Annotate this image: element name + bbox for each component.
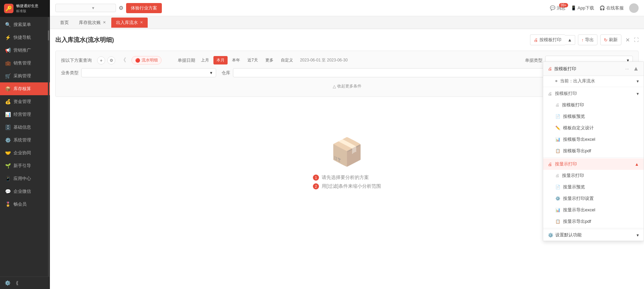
- dropdown-close-icon[interactable]: ▲: [633, 65, 639, 72]
- collapse-icon[interactable]: ⟪: [16, 280, 19, 286]
- sidebar-item-operations[interactable]: 📊 经营管理: [0, 108, 50, 121]
- date-current-year-btn[interactable]: 本年: [229, 56, 243, 64]
- print-template-button[interactable]: 🖨 按模板打印: [530, 34, 565, 45]
- template-export-excel-icon: 📊: [555, 137, 560, 142]
- dropdown-item-display-print[interactable]: 🖨 按显示打印: [543, 170, 644, 181]
- online-service-button[interactable]: 🎧 在线客服: [599, 5, 624, 11]
- template-print-section-header[interactable]: 🖨 按模板打印 ▾: [543, 88, 644, 99]
- collapse-up-icon: △: [333, 84, 336, 89]
- template-export-pdf-icon: 📋: [555, 149, 560, 153]
- sidebar-item-purchase[interactable]: 🛒 采购管理: [0, 70, 50, 82]
- date-current-month-btn[interactable]: 本月: [213, 56, 228, 64]
- dropdown-item-template-custom[interactable]: ✏️ 模板自定义设计: [543, 122, 644, 134]
- dropdown-footer-label: 设置默认功能: [555, 232, 582, 238]
- filter-scheme-label: 按以下方案查询: [61, 57, 92, 63]
- date-filter-group: 单据日期 上月 本月 本年 近7天 更多 自定义 2023-06-01 至 20…: [178, 56, 348, 64]
- user-avatar[interactable]: [629, 3, 639, 13]
- tab-home[interactable]: 首页: [55, 18, 74, 28]
- dropdown-item-template-export-excel[interactable]: 📊 按模板导出excel: [543, 134, 644, 145]
- topbar-search-box[interactable]: ▾: [55, 4, 116, 12]
- sidebar-item-finance[interactable]: 💰 资金管理: [0, 95, 50, 108]
- dropdown-item-display-preview[interactable]: 📄 按显示预览: [543, 181, 644, 193]
- date-last-7-days-btn[interactable]: 近7天: [244, 56, 261, 64]
- tab-flow[interactable]: 出入库流水 ✕: [111, 18, 148, 28]
- sidebar-item-sales[interactable]: 💼 销售管理: [0, 57, 50, 70]
- sidebar-item-enterprise[interactable]: 🤝 企业协同: [0, 147, 50, 159]
- tab-batch-account-close-icon[interactable]: ✕: [103, 20, 106, 25]
- topbar-right: 💬 消息 99+ 📱 App下载 🎧 在线客服: [550, 3, 639, 13]
- sidebar-item-label: 经营管理: [13, 111, 31, 117]
- basic-icon: 🗄️: [5, 125, 11, 130]
- logo-icon: 🔑: [4, 4, 13, 13]
- biz-type-select[interactable]: ▾: [81, 68, 216, 77]
- sidebar-item-label: 采购管理: [13, 73, 31, 79]
- dropdown-item-template-print[interactable]: 🖨 按模板打印: [543, 99, 644, 111]
- dropdown-item-template-preview[interactable]: 📄 按模板预览: [543, 111, 644, 122]
- sidebar-item-label: 库存核算: [13, 86, 31, 92]
- filter-tag-liushuimingxi[interactable]: 🔴 流水明细: [131, 56, 162, 64]
- display-preview-icon: 📄: [555, 185, 560, 189]
- app-download-button[interactable]: 📱 App下载: [571, 5, 594, 11]
- print-dropdown-panel: 🖨 按模板打印 ··· ▲ 当前：出入库流水 ▾: [543, 61, 644, 241]
- dropdown-footer[interactable]: ⚙️ 设置默认功能 ▾: [543, 229, 644, 241]
- biz-type-label: 业务类型: [61, 70, 79, 76]
- message-button[interactable]: 💬 消息 99+: [550, 5, 565, 11]
- sidebar-item-membership[interactable]: 🎖️ 畅会员: [0, 198, 50, 211]
- date-custom-btn[interactable]: 自定义: [278, 56, 296, 64]
- divider-3: [543, 228, 644, 228]
- date-more-btn[interactable]: 更多: [262, 56, 276, 64]
- settings-icon[interactable]: ⚙️: [5, 280, 10, 286]
- search-input[interactable]: [58, 6, 92, 10]
- sidebar-item-system[interactable]: ⚙️ 系统管理: [0, 134, 50, 147]
- dropdown-item-display-print-settings[interactable]: ⚙️ 按显示打印设置: [543, 193, 644, 204]
- sales-icon: 💼: [5, 60, 11, 66]
- filter-gear-button[interactable]: ⚙: [107, 56, 115, 64]
- sidebar-item-inventory[interactable]: 📦 库存核算: [0, 82, 50, 95]
- empty-steps: 1 请先选择要分析的方案 2 用[过滤]条件来缩小分析范围: [313, 175, 381, 192]
- tab-batch-account[interactable]: 库存批次账 ✕: [74, 18, 111, 28]
- display-print-section-icon: 🖨: [548, 162, 552, 167]
- settings-default-icon: ⚙️: [548, 233, 553, 238]
- filter-add-button[interactable]: +: [97, 56, 105, 64]
- dropdown-item-display-export-excel[interactable]: 📊 按显示导出excel: [543, 204, 644, 216]
- section-expand-icon[interactable]: ▾: [637, 91, 639, 96]
- template-custom-icon: ✏️: [555, 126, 560, 130]
- search-chevron-icon[interactable]: ▾: [92, 5, 94, 10]
- display-section-expand-icon[interactable]: ▲: [635, 162, 639, 167]
- print-chevron-button[interactable]: ▲: [565, 35, 575, 45]
- page-header: 出入库流水(流水明细) 🖨 按模板打印 ▲ ↑ 导出: [55, 34, 639, 45]
- sidebar-item-marketing[interactable]: 📢 营销推广: [0, 44, 50, 57]
- quick-nav-icon: ⚡: [5, 35, 11, 40]
- tab-flow-close-icon[interactable]: ✕: [140, 20, 143, 25]
- display-section-header-left: 🖨 按显示打印: [548, 161, 577, 167]
- inventory-icon: 📦: [5, 86, 11, 91]
- dropdown-more-dots-icon[interactable]: ···: [624, 66, 630, 71]
- filter-collapse-arrow-icon[interactable]: 《: [121, 57, 126, 64]
- expand-window-icon[interactable]: ⛶: [634, 37, 639, 43]
- sidebar-item-beginner[interactable]: 🌱 新手引导: [0, 159, 50, 172]
- app-download-icon: 📱: [571, 5, 576, 10]
- dropdown-item-template-export-pdf[interactable]: 📋 按模板导出pdf: [543, 145, 644, 157]
- sidebar-item-search[interactable]: 🔍 搜索菜单: [0, 18, 50, 31]
- refresh-icon: ↻: [604, 37, 608, 43]
- close-window-icon[interactable]: ✕: [625, 37, 630, 43]
- app-name: 畅捷通好生意: [16, 3, 38, 8]
- dropdown-item-display-export-pdf[interactable]: 📋 按显示导出pdf: [543, 216, 644, 227]
- trial-industry-button[interactable]: 体验行业方案: [126, 3, 162, 13]
- sidebar-item-wechat[interactable]: 💬 企业微信: [0, 185, 50, 198]
- template-custom-label: 模板自定义设计: [563, 125, 594, 131]
- display-export-excel-label: 按显示导出excel: [563, 207, 595, 213]
- sidebar-item-basic[interactable]: 🗄️ 基础信息: [0, 121, 50, 134]
- display-print-settings-label: 按显示打印设置: [563, 195, 594, 202]
- topbar-gear-icon[interactable]: ⚙: [119, 5, 123, 11]
- sidebar-item-app-center[interactable]: 📱 应用中心: [0, 172, 50, 185]
- current-chevron-icon[interactable]: ▾: [637, 79, 639, 84]
- system-icon: ⚙️: [5, 137, 11, 143]
- display-print-section-header[interactable]: 🖨 按显示打印 ▲: [543, 158, 644, 170]
- export-button[interactable]: ↑ 导出: [578, 34, 598, 45]
- dropdown-header-left: 🖨 按模板打印: [548, 66, 576, 72]
- template-print-action-icon: 🖨: [555, 103, 559, 107]
- sidebar-item-quick-nav[interactable]: ⚡ 快捷导航: [0, 31, 50, 44]
- date-last-month-btn[interactable]: 上月: [198, 56, 212, 64]
- refresh-button[interactable]: ↻ 刷新: [600, 34, 621, 45]
